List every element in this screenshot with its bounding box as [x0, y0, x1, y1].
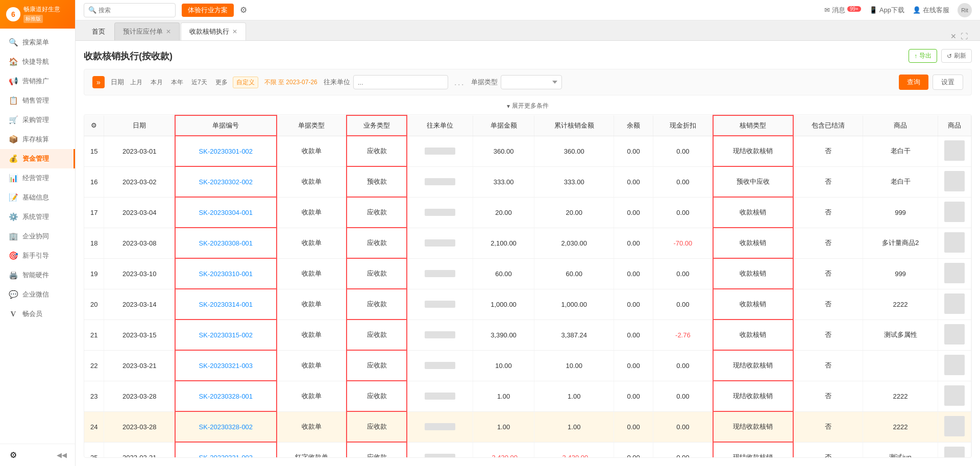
- search-icon: 🔍: [8, 38, 18, 47]
- table-row: 19 2023-03-10 SK-20230310-001 收款单 应收款 60…: [84, 258, 971, 289]
- sidebar-item-basics[interactable]: 📝 基础信息: [0, 188, 75, 207]
- settings-icon[interactable]: ⚙: [91, 121, 97, 129]
- filter-settings-button[interactable]: 设置: [933, 75, 963, 90]
- date-btn-custom[interactable]: 自定义: [233, 77, 258, 88]
- sidebar-item-member[interactable]: V 畅会员: [0, 304, 75, 324]
- sidebar-label-wechat: 企业微信: [22, 290, 49, 299]
- cell-product2: [938, 136, 971, 166]
- hardware-icon: 🖨️: [8, 271, 18, 280]
- date-btn-this-month[interactable]: 本月: [148, 77, 166, 88]
- sidebar-label-enterprise: 企业协同: [22, 232, 49, 241]
- cell-cash-discount: 0.00: [653, 411, 713, 442]
- cell-balance: 0.00: [614, 411, 653, 442]
- sidebar-collapse-button[interactable]: ◀◀: [57, 451, 67, 459]
- doctype-label: 单据类型: [471, 78, 498, 87]
- sidebar-item-shortcuts[interactable]: 🏠 快捷导航: [0, 52, 75, 71]
- sidebar-item-inventory[interactable]: 📦 库存核算: [0, 130, 75, 149]
- doc-no-link[interactable]: SK-20230328-002: [199, 423, 253, 431]
- date-btn-this-year[interactable]: 本年: [168, 77, 186, 88]
- cell-doc-type: 收款单: [277, 320, 347, 350]
- doc-no-link[interactable]: SK-20230304-001: [199, 209, 253, 216]
- sidebar-item-system[interactable]: ⚙️ 系统管理: [0, 207, 75, 227]
- expand-conditions-button[interactable]: ▾ 展开更多条件: [507, 102, 549, 110]
- member-icon: V: [8, 310, 18, 318]
- query-button[interactable]: 查询: [899, 75, 928, 90]
- cell-amount: 10.00: [473, 350, 534, 381]
- sidebar-item-search[interactable]: 🔍 搜索菜单: [0, 33, 75, 52]
- tab-home[interactable]: 首页: [84, 23, 113, 40]
- cell-product: 999: [863, 197, 938, 228]
- doc-no-link[interactable]: SK-20230308-001: [199, 239, 253, 247]
- tab-payable[interactable]: 预计应应付单 ✕: [114, 22, 180, 40]
- user-avatar[interactable]: Rit: [958, 3, 972, 17]
- messages-button[interactable]: ✉ 消息 99+: [824, 6, 861, 15]
- refresh-button[interactable]: ↺ 刷新: [941, 49, 972, 63]
- sidebar-item-purchase[interactable]: 🛒 采购管理: [0, 110, 75, 130]
- cell-writeoff-type: 收款核销: [713, 197, 793, 228]
- app-download-button[interactable]: 📱 App下载: [869, 6, 904, 15]
- sidebar-item-enterprise[interactable]: 🏢 企业协同: [0, 227, 75, 246]
- doc-no-link[interactable]: SK-20230315-002: [199, 331, 253, 339]
- solution-button[interactable]: 体验行业方案: [182, 4, 234, 17]
- cell-doc-type: 收款单: [277, 197, 347, 228]
- cell-include-settled: 否: [793, 289, 863, 320]
- sidebar-item-guide[interactable]: 🎯 新手引导: [0, 246, 75, 265]
- cell-product: 2222: [863, 411, 938, 442]
- export-button[interactable]: ↑ 导出: [909, 49, 937, 63]
- sidebar-item-operations[interactable]: 📊 经营管理: [0, 168, 75, 188]
- logo-icon: 6: [6, 7, 20, 21]
- doc-no-link[interactable]: SK-20230321-003: [199, 362, 253, 370]
- date-btn-7days[interactable]: 近7天: [188, 77, 210, 88]
- cell-product2: [938, 350, 971, 381]
- sidebar-bottom: ⚙ ◀◀: [0, 444, 75, 466]
- doc-no-link[interactable]: SK-20230328-001: [199, 393, 253, 400]
- cell-date: 2023-03-15: [104, 320, 175, 350]
- date-btn-more[interactable]: 更多: [212, 77, 231, 88]
- table-row: 18 2023-03-08 SK-20230308-001 收款单 应收款 2,…: [84, 228, 971, 258]
- table-row: 16 2023-03-02 SK-20230302-002 收款单 预收款 33…: [84, 166, 971, 197]
- cell-doc-type: 收款单: [277, 350, 347, 381]
- tab-receivable-exec[interactable]: 收款核销执行 ✕: [181, 22, 246, 40]
- system-icon: ⚙️: [8, 212, 18, 222]
- sidebar-item-wechat[interactable]: 💬 企业微信: [0, 285, 75, 304]
- tab-receivable-exec-close[interactable]: ✕: [232, 28, 237, 35]
- table-row: 17 2023-03-04 SK-20230304-001 收款单 应收款 20…: [84, 197, 971, 228]
- filter-toggle-button[interactable]: »: [92, 76, 105, 88]
- date-btn-last-month[interactable]: 上月: [127, 77, 145, 88]
- search-input[interactable]: [99, 7, 160, 14]
- cell-balance: 0.00: [614, 166, 653, 197]
- tab-close-all-button[interactable]: ✕: [950, 32, 957, 40]
- cell-date: 2023-03-08: [104, 228, 175, 258]
- gear-icon-topbar[interactable]: ⚙: [240, 5, 247, 15]
- marketing-icon: 📢: [8, 77, 18, 86]
- sidebar-item-marketing[interactable]: 📢 营销推广: [0, 71, 75, 91]
- tab-home-label: 首页: [92, 27, 105, 36]
- partner-blurred: [425, 239, 455, 247]
- sidebar-settings-button[interactable]: ⚙: [8, 450, 18, 460]
- doc-no-link[interactable]: SK-20230314-001: [199, 301, 253, 308]
- sidebar-item-finance[interactable]: 💰 资金管理: [0, 149, 75, 168]
- table-row: 20 2023-03-14 SK-20230314-001 收款单 应收款 1,…: [84, 289, 971, 320]
- cell-balance: 0.00: [614, 320, 653, 350]
- sidebar-item-hardware[interactable]: 🖨️ 智能硬件: [0, 265, 75, 285]
- cell-doc-no: SK-20230314-001: [175, 289, 277, 320]
- tab-payable-close[interactable]: ✕: [166, 28, 171, 35]
- sidebar-label-sales: 销售管理: [22, 96, 49, 105]
- doc-no-link[interactable]: SK-20230310-001: [199, 270, 253, 278]
- cell-doc-type: 红字收款单: [277, 442, 347, 458]
- online-service-button[interactable]: 👤 在线客服: [913, 6, 949, 15]
- tab-fullscreen-button[interactable]: ⛶: [961, 32, 968, 40]
- doctype-select[interactable]: [501, 75, 562, 89]
- topbar-search-box[interactable]: 🔍: [84, 3, 176, 17]
- partner-input[interactable]: [353, 75, 448, 89]
- cell-no: 18: [84, 228, 104, 258]
- cell-include-settled: 否: [793, 350, 863, 381]
- doc-no-link[interactable]: SK-20230301-002: [199, 148, 253, 155]
- sidebar-item-sales[interactable]: 📋 销售管理: [0, 91, 75, 110]
- cell-no: 25: [84, 442, 104, 458]
- doc-no-link[interactable]: SK-20230302-002: [199, 178, 253, 186]
- cell-doc-no: SK-20230331-002: [175, 442, 277, 458]
- doc-no-link[interactable]: SK-20230331-002: [199, 454, 253, 458]
- cell-include-settled: 否: [793, 411, 863, 442]
- col-header-settings[interactable]: ⚙: [84, 115, 104, 136]
